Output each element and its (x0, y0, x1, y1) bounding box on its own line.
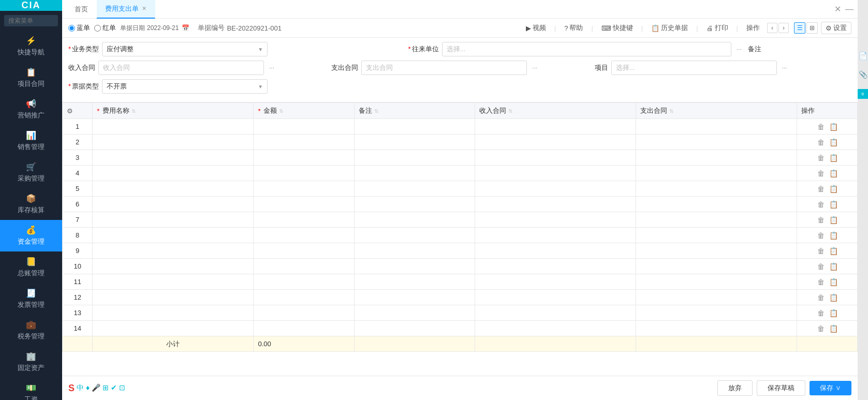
copy-btn-7[interactable]: 📋 (828, 215, 838, 225)
amount-cell-10[interactable] (254, 259, 354, 274)
income-contract-cell-10[interactable] (475, 259, 636, 274)
gear-icon[interactable]: ⚙ (67, 107, 73, 115)
print-btn[interactable]: 🖨 打印 (702, 22, 732, 34)
income-contract-cell-3[interactable] (475, 150, 636, 166)
amount-cell-1[interactable] (254, 119, 354, 135)
income-contract-cell-5[interactable] (475, 181, 636, 197)
expense-name-cell-5[interactable] (93, 181, 254, 197)
expense-contract-input[interactable]: 支出合同 (361, 61, 527, 75)
amount-cell-2[interactable] (254, 135, 354, 150)
expense-contract-cell-8[interactable] (636, 228, 797, 243)
copy-btn-13[interactable]: 📋 (828, 308, 838, 318)
expense-contract-cell-10[interactable] (636, 259, 797, 274)
amount-cell-9[interactable] (254, 243, 354, 259)
copy-btn-6[interactable]: 📋 (828, 199, 838, 210)
delete-btn-1[interactable]: 🗑 (816, 122, 826, 132)
delete-btn-11[interactable]: 🗑 (816, 277, 826, 287)
expense-name-cell-14[interactable] (93, 321, 254, 336)
shortcut-btn[interactable]: ⌨ 快捷键 (597, 22, 637, 34)
delete-btn-12[interactable]: 🗑 (816, 292, 826, 303)
amount-cell-5[interactable] (254, 181, 354, 197)
tab-expense-close-icon[interactable]: ✕ (142, 5, 146, 12)
delete-btn-7[interactable]: 🗑 (816, 215, 826, 225)
expense-contract-cell-7[interactable] (636, 212, 797, 228)
income-contract-cell-8[interactable] (475, 228, 636, 243)
tab-home[interactable]: 首页 (66, 0, 97, 19)
date-value[interactable]: 2022-09-21 (147, 24, 179, 32)
note-cell-12[interactable] (354, 290, 475, 305)
delete-btn-6[interactable]: 🗑 (816, 199, 826, 210)
operation-btn[interactable]: 操作 (742, 22, 764, 34)
sidebar-item-salary[interactable]: 💵工资 (0, 378, 62, 400)
recipient-dots[interactable]: ··· (737, 46, 742, 53)
expense-sort-icon[interactable]: ⇅ (669, 108, 673, 114)
invoice-type-select[interactable]: 不开票 ▼ (102, 79, 268, 94)
expense-name-cell-13[interactable] (93, 305, 254, 321)
copy-btn-2[interactable]: 📋 (828, 137, 838, 147)
delete-btn-5[interactable]: 🗑 (816, 184, 826, 194)
note-cell-10[interactable] (354, 259, 475, 274)
note-cell-2[interactable] (354, 135, 475, 150)
sidebar-item-invoice[interactable]: 🧾发票管理 (0, 283, 62, 315)
amount-sort-icon[interactable]: ⇅ (279, 108, 283, 114)
amount-cell-11[interactable] (254, 274, 354, 290)
note-cell-3[interactable] (354, 150, 475, 166)
history-btn[interactable]: 📋 历史单据 (647, 22, 692, 34)
expense-contract-dots[interactable]: ··· (532, 64, 537, 71)
window-close-btn[interactable]: ✕ (834, 4, 841, 14)
red-single-radio[interactable]: 红单 (94, 23, 116, 33)
sidebar-item-ledger[interactable]: 📒总账管理 (0, 251, 62, 283)
copy-btn-12[interactable]: 📋 (828, 292, 838, 303)
expense-contract-cell-4[interactable] (636, 166, 797, 181)
expense-name-cell-7[interactable] (93, 212, 254, 228)
expense-contract-cell-14[interactable] (636, 321, 797, 336)
sidebar-item-quick-nav[interactable]: ⚡快捷导航 (0, 31, 62, 62)
delete-btn-8[interactable]: 🗑 (816, 230, 826, 241)
copy-btn-10[interactable]: 📋 (828, 261, 838, 272)
sidebar-item-capital[interactable]: 💰资金管理 (0, 220, 62, 251)
amount-cell-7[interactable] (254, 212, 354, 228)
sidebar-item-marketing[interactable]: 📢营销推广 (0, 94, 62, 125)
amount-cell-6[interactable] (254, 197, 354, 212)
expense-name-cell-8[interactable] (93, 228, 254, 243)
income-contract-cell-9[interactable] (475, 243, 636, 259)
delete-btn-14[interactable]: 🗑 (816, 323, 826, 334)
amount-cell-12[interactable] (254, 290, 354, 305)
note-cell-6[interactable] (354, 197, 475, 212)
help-btn[interactable]: ? 帮助 (560, 22, 587, 34)
copy-btn-1[interactable]: 📋 (828, 122, 838, 132)
settings-btn[interactable]: ⚙ 设置 (821, 22, 851, 34)
amount-cell-13[interactable] (254, 305, 354, 321)
sidebar-item-project-contract[interactable]: 📋项目合同 (0, 62, 62, 94)
amount-cell-8[interactable] (254, 228, 354, 243)
window-min-btn[interactable]: — (845, 5, 854, 14)
list-view-btn[interactable]: ☰ (794, 22, 805, 34)
expense-name-cell-9[interactable] (93, 243, 254, 259)
expense-name-cell-11[interactable] (93, 274, 254, 290)
save-btn[interactable]: 保存 ∨ (810, 381, 851, 395)
right-panel-green-btn[interactable]: ≡ (858, 89, 868, 99)
expense-name-cell-3[interactable] (93, 150, 254, 166)
amount-cell-4[interactable] (254, 166, 354, 181)
expense-name-cell-2[interactable] (93, 135, 254, 150)
delete-btn-4[interactable]: 🗑 (816, 168, 826, 179)
tab-expense[interactable]: 费用支出单 ✕ (97, 0, 155, 19)
delete-btn-13[interactable]: 🗑 (816, 308, 826, 318)
income-contract-dots[interactable]: ··· (269, 64, 274, 71)
amount-cell-14[interactable] (254, 321, 354, 336)
copy-btn-5[interactable]: 📋 (828, 184, 838, 194)
right-panel-clip-icon[interactable]: 📎 (859, 70, 867, 79)
calendar-icon[interactable]: 📅 (182, 24, 189, 32)
copy-btn-3[interactable]: 📋 (828, 153, 838, 163)
sidebar-item-sales[interactable]: 📊销售管理 (0, 125, 62, 157)
copy-btn-14[interactable]: 📋 (828, 323, 838, 334)
note-cell-1[interactable] (354, 119, 475, 135)
expense-contract-cell-9[interactable] (636, 243, 797, 259)
expense-contract-cell-11[interactable] (636, 274, 797, 290)
income-contract-cell-7[interactable] (475, 212, 636, 228)
recipient-input[interactable]: 选择... (442, 42, 731, 56)
expense-name-cell-12[interactable] (93, 290, 254, 305)
expense-contract-cell-1[interactable] (636, 119, 797, 135)
blue-single-radio[interactable]: 蓝单 (68, 23, 90, 33)
sidebar-item-inventory[interactable]: 📦库存核算 (0, 188, 62, 220)
